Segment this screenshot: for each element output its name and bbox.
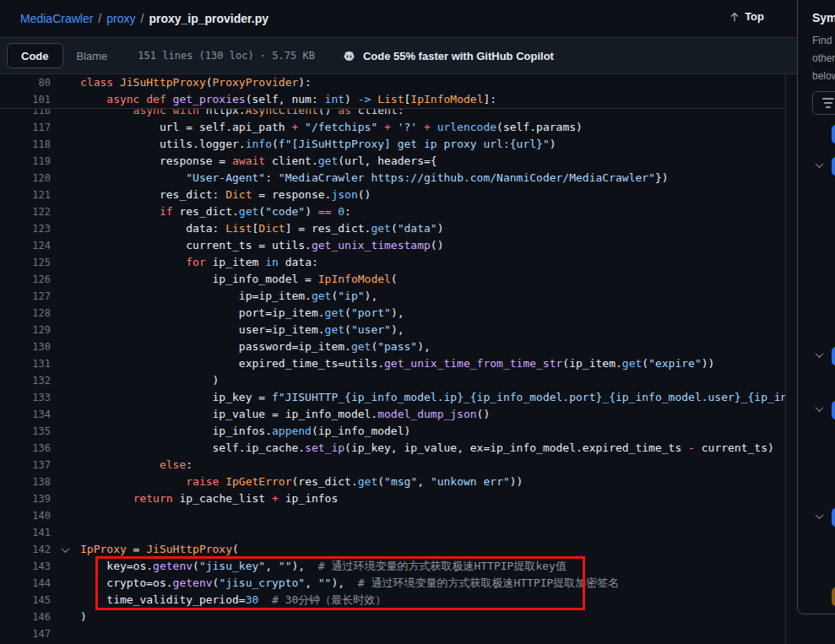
- symbol-tree-item[interactable]: [798, 157, 835, 176]
- code-line-126: 126 ip_info_model = IpInfoModel(: [0, 271, 785, 288]
- arrow-up-icon: [729, 11, 740, 23]
- line-number-122[interactable]: 122: [0, 203, 51, 220]
- line-number-120[interactable]: 120: [0, 170, 51, 187]
- code-text: async with httpx.AsyncClient() as client…: [80, 109, 404, 119]
- code-line-143: 143 key=os.getenv("jisu_key", ""), # 通过环…: [0, 558, 785, 575]
- line-number-101[interactable]: 101: [0, 91, 51, 108]
- line-gutter: [51, 406, 80, 423]
- symbol-tree-item[interactable]: [798, 508, 835, 527]
- chevron-down-icon[interactable]: [816, 403, 824, 412]
- code-text: current_ts = utils.get_unix_timestamp(): [80, 237, 443, 254]
- line-number-131[interactable]: 131: [0, 355, 51, 372]
- symbol-tree-item[interactable]: [798, 587, 835, 606]
- line-number-117[interactable]: 117: [0, 119, 51, 136]
- code-text: return ip_cache_list + ip_infos: [80, 490, 338, 507]
- collapse-chevron-icon[interactable]: [62, 544, 70, 553]
- line-number-119[interactable]: 119: [0, 153, 51, 170]
- symbol-kind-icon: [832, 125, 835, 143]
- line-number-143[interactable]: 143: [0, 558, 51, 575]
- code-line-146: 146): [0, 609, 785, 625]
- line-gutter: [51, 372, 80, 389]
- code-line-127: 127 ip=ip_item.get("ip"),: [0, 288, 785, 305]
- line-number-126[interactable]: 126: [0, 271, 51, 288]
- sticky-context-lines: 80class JiSuHttpProxy(ProxyProvider):101…: [0, 74, 785, 109]
- code-text: key=os.getenv("jisu_key", ""), # 通过环境变量的…: [80, 558, 567, 575]
- line-number-136[interactable]: 136: [0, 440, 51, 457]
- code-text: crypto=os.getenv("jisu_crypto", ""), # 通…: [80, 575, 619, 592]
- line-number-130[interactable]: 130: [0, 338, 51, 355]
- line-number-116[interactable]: 116: [0, 109, 51, 119]
- line-number-147[interactable]: 147: [0, 625, 51, 642]
- code-line-122: 122 if res_dict.get("code") == 0:: [0, 203, 785, 220]
- symbol-tree-item[interactable]: [798, 125, 835, 143]
- line-number-133[interactable]: 133: [0, 389, 51, 406]
- line-number-141[interactable]: 141: [0, 524, 51, 541]
- line-gutter: [51, 74, 80, 91]
- line-number-132[interactable]: 132: [0, 372, 51, 389]
- line-number-137[interactable]: 137: [0, 457, 51, 474]
- line-number-125[interactable]: 125: [0, 254, 51, 271]
- line-number-121[interactable]: 121: [0, 187, 51, 203]
- back-to-top-button[interactable]: Top: [729, 10, 764, 23]
- chevron-down-icon[interactable]: [816, 511, 824, 519]
- code-text: ): [80, 372, 219, 389]
- code-line-128: 128 port=ip_item.get("port"),: [0, 305, 785, 322]
- line-number-138[interactable]: 138: [0, 474, 51, 490]
- code-text: ip_value = ip_info_model.model_dump_json…: [80, 406, 490, 423]
- line-number-140[interactable]: 140: [0, 507, 51, 524]
- line-number-118[interactable]: 118: [0, 136, 51, 153]
- symbol-kind-icon: [832, 587, 835, 606]
- code-line-138: 138 raise IpGetError(res_dict.get("msg",…: [0, 474, 785, 490]
- tab-code[interactable]: Code: [7, 43, 63, 68]
- code-text: expired_time_ts=utils.get_unix_time_from…: [80, 355, 714, 372]
- line-gutter: [51, 136, 80, 153]
- code-text: res_dict: Dict = response.json(): [80, 187, 371, 203]
- line-number-128[interactable]: 128: [0, 305, 51, 322]
- code-text: ip_info_model = IpInfoModel(: [80, 271, 398, 288]
- chevron-down-icon[interactable]: [816, 349, 824, 358]
- copilot-banner[interactable]: Code 55% faster with GitHub Copilot: [342, 50, 554, 62]
- breadcrumb-folder-link[interactable]: proxy: [106, 12, 135, 25]
- symbols-filter-button[interactable]: [812, 91, 835, 115]
- line-number-123[interactable]: 123: [0, 220, 51, 237]
- breadcrumb-repo-link[interactable]: MediaCrawler: [20, 12, 93, 25]
- line-number-124[interactable]: 124: [0, 237, 51, 254]
- line-gutter: [51, 389, 80, 406]
- code-text: if res_dict.get("code") == 0:: [80, 203, 351, 220]
- line-gutter: [51, 609, 80, 625]
- symbols-panel-title: Symbols: [812, 11, 835, 24]
- partially-scrolled-line: 116 async with httpx.AsyncClient() as cl…: [0, 109, 785, 119]
- line-number-135[interactable]: 135: [0, 423, 51, 440]
- line-number-127[interactable]: 127: [0, 288, 51, 305]
- line-gutter: [51, 457, 80, 474]
- code-text: raise IpGetError(res_dict.get("msg", "un…: [80, 474, 523, 490]
- back-to-top-label: Top: [745, 10, 764, 23]
- code-line-101: 101 async def get_proxies(self, num: int…: [0, 91, 785, 108]
- code-text: async def get_proxies(self, num: int) ->…: [80, 91, 496, 108]
- line-number-144[interactable]: 144: [0, 575, 51, 592]
- line-gutter: [51, 271, 80, 288]
- line-gutter: [51, 288, 80, 305]
- line-number-129[interactable]: 129: [0, 322, 51, 338]
- line-number-142[interactable]: 142: [0, 541, 51, 558]
- chevron-down-icon[interactable]: [816, 160, 824, 168]
- code-viewer: 80class JiSuHttpProxy(ProxyProvider):101…: [0, 74, 786, 644]
- code-line-123: 123 data: List[Dict] = res_dict.get("dat…: [0, 220, 785, 237]
- line-number-80[interactable]: 80: [0, 74, 51, 91]
- code-text: user=ip_item.get("user"),: [80, 322, 404, 338]
- line-gutter: [51, 592, 80, 609]
- symbol-tree-item[interactable]: [798, 347, 835, 365]
- line-gutter: [51, 119, 80, 136]
- code-line-131: 131 expired_time_ts=utils.get_unix_time_…: [0, 355, 785, 372]
- symbol-tree-item[interactable]: [798, 401, 835, 419]
- tab-blame[interactable]: Blame: [63, 43, 122, 68]
- line-number-146[interactable]: 146: [0, 609, 51, 625]
- file-header-bar: Code Blame 151 lines (130 loc) · 5.75 KB…: [0, 37, 835, 74]
- line-number-145[interactable]: 145: [0, 592, 51, 609]
- line-gutter: [51, 541, 80, 558]
- code-text: port=ip_item.get("port"),: [80, 305, 404, 322]
- symbol-kind-icon: [832, 347, 835, 365]
- line-number-139[interactable]: 139: [0, 490, 51, 507]
- code-text: response = await client.get(url, headers…: [80, 153, 437, 170]
- line-number-134[interactable]: 134: [0, 406, 51, 423]
